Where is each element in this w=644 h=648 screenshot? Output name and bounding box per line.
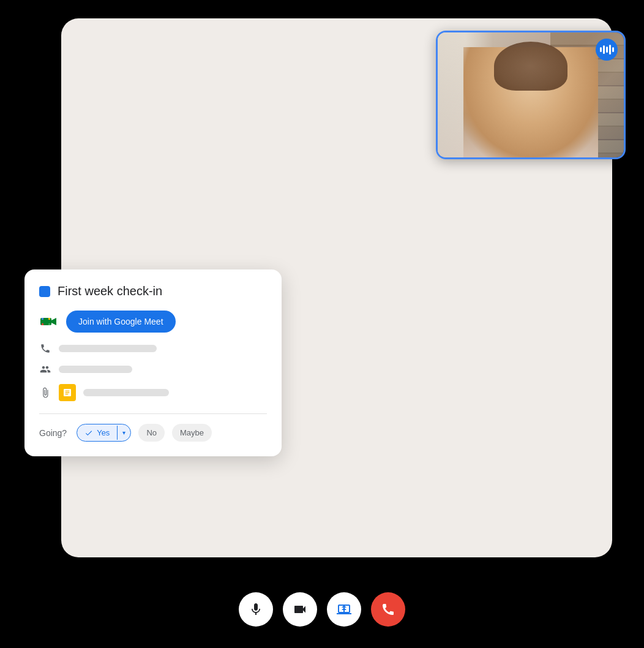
meet-join-row: Join with Google Meet [39, 311, 267, 333]
phone-row [39, 342, 267, 355]
phone-icon [39, 342, 51, 355]
share-screen-button[interactable] [327, 592, 361, 627]
join-meet-button[interactable]: Join with Google Meet [66, 311, 176, 333]
pip-video [436, 31, 626, 159]
checkmark-icon [84, 429, 93, 437]
event-title-row: First week check-in [39, 284, 267, 298]
share-screen-icon [337, 602, 351, 617]
hangup-button[interactable] [371, 592, 405, 627]
card-divider [39, 413, 267, 414]
attachment-thumbnail [59, 384, 76, 401]
rsvp-no-button[interactable]: No [138, 424, 165, 442]
rsvp-yes-main[interactable]: Yes [77, 424, 117, 441]
rsvp-row: Going? Yes ▾ No Maybe [39, 424, 267, 442]
phone-info-line [59, 345, 157, 352]
attachment-row [39, 384, 267, 401]
event-card: First week check-in Join with Google Mee… [24, 269, 282, 456]
audio-active-indicator [596, 39, 618, 61]
scene: First week check-in Join with Google Mee… [0, 0, 644, 648]
microphone-button[interactable] [239, 592, 273, 627]
rsvp-label: Going? [39, 428, 67, 438]
guests-info-line [59, 366, 132, 373]
event-title: First week check-in [58, 284, 162, 298]
guests-icon [39, 363, 51, 375]
event-color-indicator [39, 286, 50, 297]
rsvp-dropdown-arrow[interactable]: ▾ [117, 426, 130, 440]
camera-icon [293, 602, 307, 617]
rsvp-maybe-button[interactable]: Maybe [172, 424, 212, 442]
attachment-icon [39, 386, 51, 399]
rsvp-yes-label: Yes [97, 428, 110, 437]
hangup-icon [381, 602, 395, 617]
controls-bar [239, 592, 405, 627]
rsvp-yes-button[interactable]: Yes ▾ [77, 424, 131, 442]
camera-button[interactable] [283, 592, 317, 627]
attachment-name-line [83, 389, 169, 396]
guests-row [39, 363, 267, 375]
google-meet-icon [39, 312, 59, 331]
microphone-icon [249, 602, 263, 617]
